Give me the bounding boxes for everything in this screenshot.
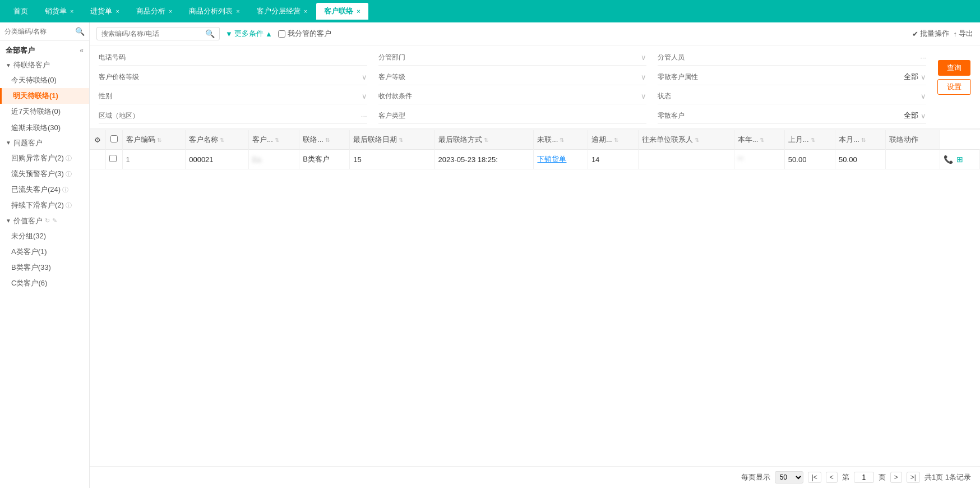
- my-customers-checkbox-wrap[interactable]: 我分管的客户: [278, 29, 331, 39]
- sidebar-search-input[interactable]: [4, 27, 73, 35]
- nav-product-analysis-list-close[interactable]: ×: [236, 8, 239, 15]
- sidebar-item-declining[interactable]: 持续下滑客户(2) ⓘ: [0, 197, 89, 213]
- td-contact-person: **: [734, 150, 784, 169]
- nav-sales-close[interactable]: ×: [70, 8, 73, 15]
- filter-customer-grade[interactable]: 客户等级 ∨: [378, 69, 647, 85]
- sort-icon-year[interactable]: ⇅: [760, 137, 764, 143]
- filter-region[interactable]: 区域（地区） ···: [99, 108, 367, 124]
- refresh-icon[interactable]: ↻: [45, 217, 50, 224]
- td-no-contact: 14: [588, 150, 638, 169]
- nav-customer-contact-close[interactable]: ×: [357, 8, 360, 15]
- sort-icon-contact[interactable]: ⇅: [325, 137, 330, 143]
- th-this-year: 本年... ⇅: [734, 130, 784, 150]
- sidebar-item-lost[interactable]: 已流失客户(24) ⓘ: [0, 182, 89, 197]
- batch-op-btn[interactable]: ✔ 批量操作: [912, 29, 949, 39]
- nav-customer-segment[interactable]: 客户分层经营 ×: [249, 3, 315, 20]
- gear-icon[interactable]: ⚙: [94, 136, 101, 144]
- sidebar-item-today[interactable]: 今天待联络(0): [0, 72, 89, 88]
- td-this-month: [886, 150, 940, 169]
- last-page-btn[interactable]: >|: [907, 472, 920, 483]
- more-filter-btn[interactable]: ▼ 更多条件 ▲: [225, 29, 272, 39]
- edit-icon[interactable]: ✎: [52, 217, 57, 224]
- sidebar-search-icon[interactable]: 🔍: [75, 27, 85, 36]
- row-checkbox[interactable]: [109, 155, 117, 162]
- nav-customer-contact[interactable]: 客户联络 ×: [316, 3, 368, 20]
- page-input[interactable]: [854, 472, 874, 483]
- sidebar-item-ungrouped[interactable]: 未分组(32): [0, 228, 89, 244]
- nav-home[interactable]: 首页: [6, 3, 36, 20]
- th-actions: 联络动作: [886, 130, 940, 150]
- filter-customer-type[interactable]: 客户类型: [378, 108, 647, 124]
- sidebar-item-tomorrow[interactable]: 明天待联络(1): [0, 88, 89, 104]
- toolbar: 🔍 ▼ 更多条件 ▲ 我分管的客户 ✔ 批量操作 ↑ 导出: [90, 22, 980, 45]
- phone-action-icon[interactable]: 📞: [944, 155, 953, 164]
- chevron-down-icon-dept: ∨: [641, 53, 646, 62]
- select-all-checkbox[interactable]: [110, 135, 118, 142]
- td-name: Ea: [248, 150, 299, 169]
- search-icon-btn[interactable]: 🔍: [205, 29, 215, 38]
- sidebar-item-overdue[interactable]: 逾期未联络(30): [0, 120, 89, 136]
- filter-retail-customer[interactable]: 零散客户 全部 ∨: [658, 108, 926, 124]
- prev-page-btn[interactable]: <: [826, 472, 838, 483]
- nav-product-analysis[interactable]: 商品分析 ×: [128, 3, 180, 20]
- sort-icon-this-month[interactable]: ⇅: [861, 137, 866, 143]
- filter-manager[interactable]: 分管人员 ···: [658, 50, 926, 66]
- sort-icon-overdue[interactable]: ⇅: [614, 137, 618, 143]
- data-table-wrap: ⚙ 客户编码 ⇅ 客户名称: [90, 130, 980, 466]
- data-table: ⚙ 客户编码 ⇅ 客户名称: [90, 130, 980, 169]
- sidebar-item-lost-warning[interactable]: 流失预警客户(3) ⓘ: [0, 166, 89, 182]
- sort-icon-type[interactable]: ⇅: [275, 137, 279, 143]
- chevron-up-icon: ▲: [265, 30, 272, 38]
- triangle-icon-pending: ▼: [6, 62, 11, 68]
- nav-product-analysis-list[interactable]: 商品分析列表 ×: [181, 3, 247, 20]
- nav-purchase-close[interactable]: ×: [115, 8, 119, 15]
- sidebar-item-c-class[interactable]: C类客户(6): [0, 275, 89, 291]
- td-type: B类客户: [299, 150, 350, 169]
- nav-sales[interactable]: 销货单 ×: [37, 3, 81, 20]
- sidebar-item-week[interactable]: 近7天待联络(0): [0, 104, 89, 119]
- reset-button[interactable]: 设置: [937, 79, 971, 95]
- filter-customer-price[interactable]: 客户价格等级 ∨: [99, 69, 367, 85]
- sidebar-all-customers: 全部客户 « ▼ 待联络客户 今天待联络(0) 明天待联络(1) 近7天待联络(…: [0, 41, 89, 291]
- triangle-icon-value: ▼: [6, 218, 11, 224]
- sort-icon-code[interactable]: ⇅: [157, 137, 161, 143]
- filter-dept[interactable]: 分管部门 ∨: [378, 50, 647, 66]
- th-last-month: 上月... ⇅: [784, 130, 835, 150]
- filter-retail-attr[interactable]: 零散客户属性 全部 ∨: [658, 69, 926, 85]
- th-last-date: 最后联络日期 ⇅: [350, 130, 434, 150]
- filter-payment[interactable]: 收付款条件 ∨: [378, 89, 647, 104]
- sort-icon-person[interactable]: ⇅: [695, 137, 699, 143]
- info-icon-1: ⓘ: [66, 155, 72, 162]
- page-size-select[interactable]: 50 100 200: [775, 471, 803, 484]
- query-button[interactable]: 查询: [938, 60, 970, 76]
- sidebar-item-a-class[interactable]: A类客户(1): [0, 244, 89, 260]
- table-footer: 每页显示 50 100 200 |< < 第 页 > >| 共1页 1条记录: [90, 466, 980, 488]
- my-customers-checkbox[interactable]: [278, 30, 285, 38]
- th-check: [105, 130, 122, 150]
- sort-icon-method[interactable]: ⇅: [484, 137, 488, 143]
- search-input[interactable]: [101, 30, 203, 38]
- td-num-code: 1: [122, 150, 186, 169]
- sort-icon-no-contact[interactable]: ⇅: [560, 137, 564, 143]
- sort-icon-name[interactable]: ⇅: [220, 137, 224, 143]
- chevron-down-icon-payment: ∨: [641, 92, 646, 100]
- info-icon-4: ⓘ: [66, 202, 72, 209]
- first-page-btn[interactable]: |<: [808, 472, 821, 483]
- sort-icon-date[interactable]: ⇅: [399, 137, 403, 143]
- export-btn[interactable]: ↑ 导出: [954, 29, 974, 39]
- sidebar-item-b-class[interactable]: B类客户(33): [0, 260, 89, 275]
- nav-customer-segment-close[interactable]: ×: [304, 8, 307, 15]
- nav-purchase[interactable]: 进货单 ×: [82, 3, 127, 20]
- chevron-down-icon-retail-cust: ∨: [921, 112, 926, 120]
- filter-gender[interactable]: 性别 ∨: [99, 89, 367, 104]
- filter-icon: ▼: [225, 30, 233, 38]
- filter-status[interactable]: 状态 ∨: [658, 89, 926, 104]
- nav-product-analysis-close[interactable]: ×: [169, 8, 172, 15]
- next-page-btn[interactable]: >: [890, 472, 902, 483]
- grid-action-icon[interactable]: ⊞: [956, 155, 963, 164]
- top-navigation: 首页 销货单 × 进货单 × 商品分析 × 商品分析列表 × 客户分层经营 × …: [0, 0, 980, 22]
- sort-icon-last-month[interactable]: ⇅: [811, 137, 815, 143]
- sidebar-collapse-icon[interactable]: «: [80, 47, 84, 54]
- sidebar-item-repurchase-abnormal[interactable]: 回购异常客户(2) ⓘ: [0, 150, 89, 166]
- td-gear: [90, 150, 105, 169]
